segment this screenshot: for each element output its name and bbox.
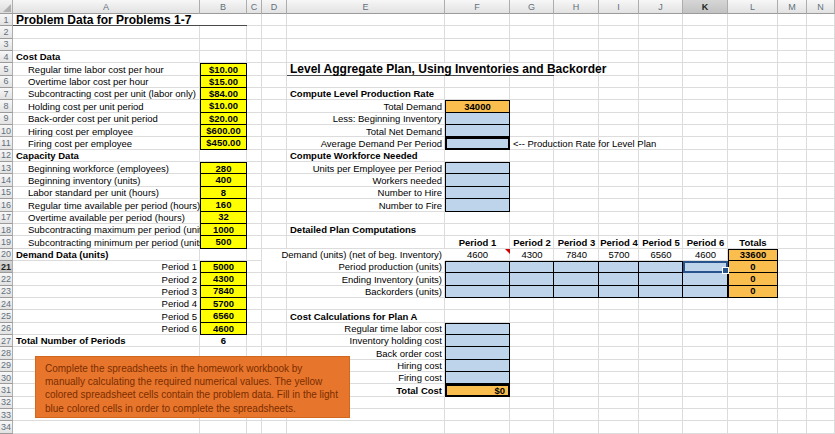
capacity-data-value-cell[interactable]: 400 (200, 174, 247, 186)
row-header-5[interactable]: 5 (0, 63, 13, 75)
row-header-21[interactable]: 21 (0, 261, 13, 273)
row-header-32[interactable]: 32 (0, 397, 13, 409)
capacity-data-value-cell[interactable]: 280 (200, 162, 247, 174)
row-header-14[interactable]: 14 (0, 174, 13, 186)
detailed-input-cell[interactable] (510, 261, 554, 273)
detailed-input-cell[interactable] (639, 261, 683, 273)
row-header-2[interactable]: 2 (0, 26, 13, 38)
instructions-note-box[interactable]: Complete the spreadsheets in the homewor… (35, 356, 350, 418)
col-header-N[interactable]: N (807, 0, 835, 14)
col-header-D[interactable]: D (262, 0, 287, 14)
cost-calc-input-cell[interactable] (445, 347, 510, 359)
workforce-input-cell[interactable] (445, 199, 510, 211)
detailed-input-cell[interactable] (510, 286, 554, 298)
row-header-22[interactable]: 22 (0, 273, 13, 285)
row-header-10[interactable]: 10 (0, 125, 13, 137)
detailed-input-cell[interactable] (445, 286, 510, 298)
row-header-29[interactable]: 29 (0, 360, 13, 372)
row-header-20[interactable]: 20 (0, 249, 13, 261)
col-header-G[interactable]: G (510, 0, 554, 14)
col-header-I[interactable]: I (599, 0, 639, 14)
cost-calc-input-cell[interactable] (445, 335, 510, 347)
demand-value-cell[interactable]: 4600 (200, 323, 247, 335)
detailed-input-cell[interactable] (445, 261, 510, 273)
row-header-13[interactable]: 13 (0, 162, 13, 174)
col-header-E[interactable]: E (287, 0, 445, 14)
demand-value-cell[interactable]: 7840 (200, 286, 247, 298)
detailed-input-cell[interactable] (683, 273, 728, 285)
cost-data-value-cell[interactable]: $450.00 (200, 137, 247, 149)
cost-data-value-cell[interactable]: $20.00 (200, 113, 247, 125)
detailed-input-cell[interactable] (683, 286, 728, 298)
col-header-K[interactable]: K (683, 0, 728, 14)
row-header-17[interactable]: 17 (0, 212, 13, 224)
col-header-H[interactable]: H (554, 0, 599, 14)
cost-data-value-cell[interactable]: $10.00 (200, 100, 247, 112)
row-header-28[interactable]: 28 (0, 347, 13, 359)
detailed-input-cell[interactable] (639, 286, 683, 298)
net-demand-value[interactable]: 4600 (445, 249, 510, 261)
net-demand-value[interactable]: 5700 (599, 249, 639, 261)
cost-data-value-cell[interactable]: $84.00 (200, 88, 247, 100)
level-rate-input-cell[interactable] (445, 137, 510, 149)
row-header-16[interactable]: 16 (0, 199, 13, 211)
net-demand-value[interactable]: 6560 (639, 249, 683, 261)
cost-data-value-cell[interactable]: $10.00 (200, 63, 247, 75)
col-header-J[interactable]: J (639, 0, 683, 14)
row-header-12[interactable]: 12 (0, 150, 13, 162)
detailed-input-cell[interactable] (599, 261, 639, 273)
totals-value-cell[interactable]: 0 (728, 261, 778, 273)
col-header-B[interactable]: B (200, 0, 247, 14)
col-header-A[interactable]: A (13, 0, 200, 14)
row-header-26[interactable]: 26 (0, 323, 13, 335)
detailed-input-cell[interactable] (639, 273, 683, 285)
detailed-input-cell[interactable] (554, 273, 599, 285)
row-header-9[interactable]: 9 (0, 113, 13, 125)
capacity-data-value-cell[interactable]: 32 (200, 212, 247, 224)
demand-value-cell[interactable]: 5000 (200, 261, 247, 273)
capacity-data-value-cell[interactable]: 500 (200, 236, 247, 248)
select-all-corner[interactable] (0, 0, 13, 14)
col-header-C[interactable]: C (247, 0, 262, 14)
row-header-4[interactable]: 4 (0, 51, 13, 63)
row-header-7[interactable]: 7 (0, 88, 13, 100)
totals-value-cell[interactable]: 0 (728, 286, 778, 298)
cost-calc-input-cell[interactable] (445, 323, 510, 335)
detailed-input-cell[interactable] (599, 286, 639, 298)
capacity-data-value-cell[interactable]: 160 (200, 199, 247, 211)
cost-calc-input-cell[interactable] (445, 360, 510, 372)
row-header-18[interactable]: 18 (0, 224, 13, 236)
workforce-input-cell[interactable] (445, 162, 510, 174)
total-cost-value-cell[interactable]: $0 (445, 384, 510, 396)
col-header-F[interactable]: F (445, 0, 510, 14)
row-header-15[interactable]: 15 (0, 187, 13, 199)
cost-calc-input-cell[interactable] (445, 372, 510, 384)
workforce-input-cell[interactable] (445, 174, 510, 186)
totals-value-cell[interactable]: 0 (728, 273, 778, 285)
net-demand-value[interactable]: 4300 (510, 249, 554, 261)
row-header-33[interactable]: 33 (0, 409, 13, 421)
net-demand-value[interactable]: 7840 (554, 249, 599, 261)
col-header-L[interactable]: L (728, 0, 778, 14)
level-rate-input-cell[interactable]: 34000 (445, 100, 510, 112)
totals-value-cell[interactable]: 33600 (728, 249, 778, 261)
demand-value-cell[interactable]: 5700 (200, 298, 247, 310)
row-header-24[interactable]: 24 (0, 298, 13, 310)
row-header-30[interactable]: 30 (0, 372, 13, 384)
cost-data-value-cell[interactable]: $15.00 (200, 76, 247, 88)
col-header-M[interactable]: M (778, 0, 807, 14)
detailed-input-cell[interactable] (554, 261, 599, 273)
detailed-input-cell[interactable] (554, 286, 599, 298)
detailed-input-cell[interactable] (445, 273, 510, 285)
row-header-23[interactable]: 23 (0, 286, 13, 298)
row-header-6[interactable]: 6 (0, 76, 13, 88)
detailed-input-cell[interactable] (510, 273, 554, 285)
row-header-11[interactable]: 11 (0, 137, 13, 149)
row-header-1[interactable]: 1 (0, 14, 13, 26)
workforce-input-cell[interactable] (445, 187, 510, 199)
demand-value-cell[interactable]: 4300 (200, 273, 247, 285)
level-rate-input-cell[interactable] (445, 125, 510, 137)
capacity-data-value-cell[interactable]: 1000 (200, 224, 247, 236)
level-rate-input-cell[interactable] (445, 113, 510, 125)
detailed-input-cell[interactable] (599, 273, 639, 285)
